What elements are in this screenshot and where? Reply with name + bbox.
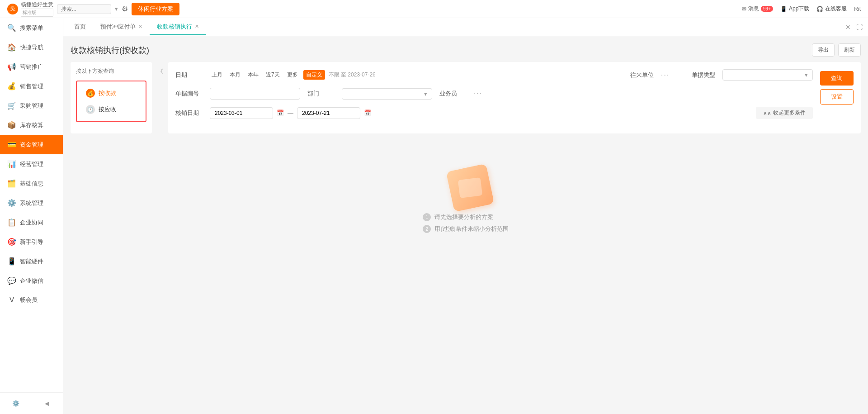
- form-row-2: 单据编号 部门 ▾ 业务员 ···: [175, 88, 813, 100]
- sidebar-item-quicknav[interactable]: 🏠 快捷导航: [0, 38, 63, 57]
- sidebar-item-member[interactable]: V 畅会员: [0, 290, 63, 309]
- basic-info-icon: 🗂️: [7, 179, 16, 188]
- filter-by-receipt[interactable]: 💰 按收款: [80, 85, 142, 101]
- headset-icon: 🎧: [816, 6, 823, 12]
- search-icon: 🔍: [7, 24, 16, 32]
- sidebar-item-purchase[interactable]: 🛒 采购管理: [0, 96, 63, 115]
- collapse-more-label: 收起更多条件: [773, 109, 806, 117]
- chevron-down-icon: ▾: [424, 90, 427, 97]
- date-separator: —: [288, 109, 293, 116]
- verify-date-start-input[interactable]: [210, 107, 273, 119]
- sidebar-item-inventory[interactable]: 📦 库存核算: [0, 115, 63, 135]
- staff-label: 业务员: [439, 90, 467, 98]
- gear-icon[interactable]: ⚙: [122, 5, 128, 13]
- sidebar-collapse-btn[interactable]: ◀: [32, 396, 63, 410]
- tip-number-1: 1: [423, 213, 431, 221]
- collapse-more-button[interactable]: ∧∧ 收起更多条件: [756, 107, 813, 119]
- customer-service-item[interactable]: 🎧 在线客服: [816, 5, 847, 13]
- sidebar-item-label: 采购管理: [20, 102, 43, 110]
- verify-date-end-input[interactable]: [297, 107, 360, 119]
- filter-by-receivable[interactable]: 🕐 按应收: [80, 101, 142, 118]
- doc-no-input[interactable]: [210, 88, 300, 100]
- sidebar-item-label: 经营管理: [20, 160, 43, 168]
- doc-type-label: 单据类型: [692, 71, 719, 79]
- export-button[interactable]: 导出: [812, 43, 835, 57]
- chevron-down-icon: ▾: [805, 71, 808, 78]
- marketing-icon: 📢: [7, 62, 16, 71]
- enterprise-icon: 📋: [7, 218, 16, 227]
- app-download-label: App下载: [789, 5, 809, 13]
- sidebar-item-hardware[interactable]: 📱 智能硬件: [0, 252, 63, 271]
- tab-close-icon[interactable]: ✕: [138, 24, 142, 29]
- tab-collection[interactable]: 收款核销执行 ✕: [150, 19, 206, 35]
- filter-collapse-button[interactable]: 《: [156, 67, 165, 76]
- dept-select[interactable]: ▾: [342, 88, 432, 100]
- page-title: 收款核销执行(按收款): [71, 45, 149, 56]
- verify-date-group: 📅 — 📅: [210, 107, 371, 119]
- date-btn-this-month[interactable]: 本月: [228, 70, 242, 80]
- date-btn-last-month[interactable]: 上月: [210, 70, 224, 80]
- tip-number-2: 2: [423, 225, 431, 233]
- main-layout: 🔍 搜索菜单 🏠 快捷导航 📢 营销推广 💰 销售管理 🛒 采购管理 📦 库存核…: [0, 18, 868, 414]
- counterpart-input[interactable]: ···: [661, 71, 688, 79]
- empty-icon: [443, 161, 488, 206]
- empty-tip-2: 2 用[过滤]条件来缩小分析范围: [423, 225, 508, 233]
- sidebar-item-label: 快捷导航: [20, 43, 43, 52]
- date-btn-custom[interactable]: 自定义: [303, 70, 325, 80]
- sidebar-item-system[interactable]: ⚙️ 系统管理: [0, 193, 63, 213]
- sidebar-item-label: 资金管理: [20, 141, 43, 149]
- username: Rit: [854, 6, 861, 12]
- calendar-end-icon[interactable]: 📅: [364, 109, 371, 116]
- message-item[interactable]: ✉ 消息 99+: [742, 5, 773, 13]
- date-btn-7days[interactable]: 近7天: [264, 70, 282, 80]
- member-icon: V: [7, 296, 16, 304]
- sidebar-item-marketing[interactable]: 📢 营销推广: [0, 57, 63, 76]
- sidebar-item-label: 营销推广: [20, 63, 43, 71]
- tab-label: 预付冲应付单: [100, 23, 136, 31]
- filter-item-label: 按收款: [99, 89, 116, 97]
- sidebar-item-label: 智能硬件: [20, 257, 43, 266]
- guide-icon: 🎯: [7, 238, 16, 246]
- sidebar-item-guide[interactable]: 🎯 新手引导: [0, 232, 63, 252]
- management-icon: 📊: [7, 160, 16, 168]
- hardware-icon: 📱: [7, 257, 16, 266]
- sidebar-item-search[interactable]: 🔍 搜索菜单: [0, 18, 63, 38]
- sales-icon: 💰: [7, 82, 16, 90]
- solution-button[interactable]: 休闲行业方案: [132, 3, 179, 15]
- sidebar-item-wechat[interactable]: 💬 企业微信: [0, 271, 63, 290]
- sidebar-item-management[interactable]: 📊 经营管理: [0, 154, 63, 174]
- refresh-button[interactable]: 刷新: [838, 43, 861, 57]
- purchase-icon: 🛒: [7, 101, 16, 110]
- close-window-icon[interactable]: ✕: [844, 22, 853, 33]
- sidebar-item-basic-info[interactable]: 🗂️ 基础信息: [0, 174, 63, 193]
- topbar-right: ✉ 消息 99+ 📱 App下载 🎧 在线客服 Rit: [742, 5, 861, 13]
- setting-button[interactable]: 设置: [820, 89, 854, 105]
- inventory-icon: 📦: [7, 121, 16, 129]
- date-btn-more[interactable]: 更多: [285, 70, 300, 80]
- doc-no-label: 单据编号: [175, 90, 203, 98]
- logo-badge: 标准版: [21, 9, 53, 17]
- tab-close-icon[interactable]: ✕: [195, 24, 199, 29]
- verify-date-label: 核销日期: [175, 109, 203, 117]
- dropdown-icon[interactable]: ▾: [115, 5, 118, 12]
- search-input[interactable]: [57, 4, 111, 14]
- query-button[interactable]: 查询: [820, 71, 854, 86]
- fullscreen-icon[interactable]: ⛶: [854, 22, 864, 33]
- tab-label: 首页: [74, 23, 86, 31]
- sidebar-item-label: 销售管理: [20, 82, 43, 90]
- app-download-item[interactable]: 📱 App下载: [780, 5, 809, 13]
- sidebar-item-sales[interactable]: 💰 销售管理: [0, 76, 63, 96]
- app-icon: 📱: [780, 6, 787, 12]
- tab-home[interactable]: 首页: [67, 19, 93, 35]
- sidebar-item-enterprise[interactable]: 📋 企业协同: [0, 213, 63, 232]
- calendar-start-icon[interactable]: 📅: [277, 109, 284, 116]
- customer-service-label: 在线客服: [825, 5, 847, 13]
- date-btn-this-year[interactable]: 本年: [246, 70, 260, 80]
- date-range-text: 不限 至 2023-07-26: [329, 71, 376, 79]
- staff-input[interactable]: ···: [474, 90, 501, 98]
- sidebar-settings-btn[interactable]: ⚙️: [0, 396, 32, 410]
- sidebar-item-finance[interactable]: 💳 资金管理: [0, 135, 63, 154]
- tab-prepay[interactable]: 预付冲应付单 ✕: [93, 19, 150, 35]
- sidebar-item-label: 搜索菜单: [20, 24, 43, 32]
- doc-type-select[interactable]: ▾: [722, 69, 813, 81]
